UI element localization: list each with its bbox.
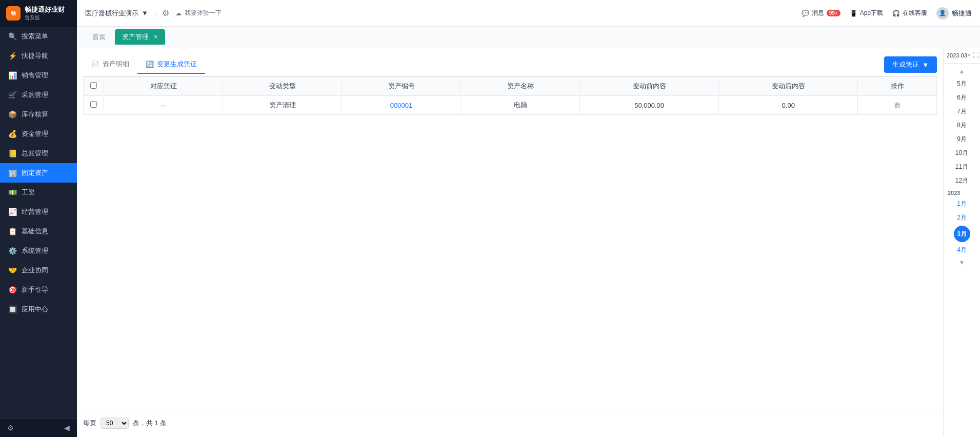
td-change-type-0: 资产清理 [223,96,342,115]
th-asset-name: 资产名称 [461,77,580,96]
per-page-label: 每页 [83,419,96,428]
td-operation-0[interactable]: 🗑 [858,96,937,115]
date-month-item[interactable]: 2月 [944,211,980,225]
date-month-item[interactable]: 3月 [954,226,970,242]
td-after-change-0: 0.00 [719,96,858,115]
date-month-item[interactable]: 7月 [944,105,980,118]
sidebar-subtitle: 普及版 [25,14,65,22]
date-panel-expand-icon[interactable]: ⛶ [973,51,979,59]
sidebar-item-app-center[interactable]: 🔲应用中心 [0,300,77,319]
sidebar-item-search[interactable]: 🔍搜索菜单 [0,27,77,46]
sidebar-item-operations[interactable]: 📈经营管理 [0,202,77,222]
row-checkbox-0[interactable] [90,101,97,108]
table-row: -- 资产清理 000001 电脑 50,000.00 0.00 🗑 [84,96,937,115]
sub-tab-change-voucher[interactable]: 🔄 变更生成凭证 [137,55,205,74]
generate-chevron: ▼ [922,61,929,69]
sidebar-item-guide[interactable]: 🎯新手引导 [0,280,77,300]
sidebar-icon-operations: 📈 [8,208,16,216]
sidebar-item-system[interactable]: ⚙️系统管理 [0,241,77,261]
company-selector[interactable]: 医疗器械行业演示 ▼ [85,9,148,18]
user-avatar: 👤 [936,7,949,19]
th-operation: 操作 [858,77,937,96]
date-month-item[interactable]: 10月 [944,146,980,160]
sidebar-item-funds[interactable]: 💰资金管理 [0,124,77,144]
topbar: 医疗器械行业演示 ▼ | ⚙ ☁ 我要体验一下 💬 消息 99+ 📱 App下载… [77,0,980,27]
sidebar-icon-enterprise: 🤝 [8,266,16,274]
sidebar-label-fixed-assets: 固定资产 [22,168,48,177]
date-month-item[interactable]: 5月 [944,77,980,91]
date-scroll-up[interactable]: ▲ [944,66,980,77]
table-header: 对应凭证 变动类型 资产编号 资产名称 变动前内容 变动后内容 操作 [84,77,937,96]
date-month-item[interactable]: 4月 [944,243,980,257]
date-scroll-down[interactable]: ▼ [944,257,980,268]
sidebar-label-enterprise: 企业协同 [22,266,48,275]
tab-close-icon[interactable]: × [154,33,158,41]
sidebar-item-inventory[interactable]: 📦库存核算 [0,105,77,124]
sub-tab-asset-detail[interactable]: 📄 资产明细 [83,55,137,74]
sidebar-label-operations: 经营管理 [22,207,48,216]
sidebar-item-sales[interactable]: 📊销售管理 [0,66,77,85]
sidebar-label-ledger: 总账管理 [22,149,48,158]
sidebar-item-enterprise[interactable]: 🤝企业协同 [0,261,77,280]
th-asset-code: 资产编号 [342,77,461,96]
online-service-button[interactable]: 🎧 在线客服 [892,9,927,17]
collapse-icon[interactable]: ◀ [64,424,70,432]
date-month-item[interactable]: 8月 [944,118,980,132]
date-side-panel: 2023.03 × ⛶ ▲5月6月7月8月9月10月11月12月20231月2月… [943,47,980,437]
sidebar-item-salary[interactable]: 💵工资 [0,183,77,202]
message-button[interactable]: 💬 消息 99+ [802,9,841,17]
sidebar-icon-purchase: 🛒 [8,91,16,99]
sidebar-item-ledger[interactable]: 📒总账管理 [0,144,77,163]
company-chevron: ▼ [142,9,148,17]
data-table: 对应凭证 变动类型 资产编号 资产名称 变动前内容 变动后内容 操作 -- 资产… [83,76,937,115]
date-month-item[interactable]: 11月 [944,160,980,174]
td-asset-code-0: 000001 [342,96,461,115]
tab-home[interactable]: 首页 [85,29,113,45]
sidebar-icon-inventory: 📦 [8,110,16,118]
tab-asset-management[interactable]: 资产管理 × [115,29,165,45]
date-month-item[interactable]: 12月 [944,174,980,188]
date-scroll[interactable]: ▲5月6月7月8月9月10月11月12月20231月2月3月4月▼ [944,64,980,437]
sidebar-label-system: 系统管理 [22,246,48,255]
td-before-change-0: 50,000.00 [580,96,719,115]
message-badge: 99+ [827,10,841,16]
online-service-label: 在线客服 [903,9,927,17]
th-select-all [84,77,104,96]
date-month-item[interactable]: 9月 [944,132,980,146]
app-download-button[interactable]: 📱 App下载 [850,9,883,17]
user-menu[interactable]: 👤 畅捷通 [936,7,972,19]
sidebar-item-quick-nav[interactable]: ⚡快捷导航 [0,46,77,66]
sidebar-item-fixed-assets[interactable]: 🏢固定资产 [0,163,77,183]
date-month-item[interactable]: 1月 [944,197,980,211]
sidebar-label-app-center: 应用中心 [22,305,48,314]
select-all-checkbox[interactable] [90,82,97,89]
sidebar-label-funds: 资金管理 [22,129,48,138]
date-month-item[interactable]: 6月 [944,91,980,105]
message-icon: 💬 [802,10,809,17]
sidebar-label-base-info: 基础信息 [22,227,48,236]
sub-tab2-icon: 🔄 [146,61,154,68]
pagination: 每页 102050100 条，共 1 条 [83,412,937,431]
date-panel-close-icon[interactable]: × [967,51,971,59]
experience-icon: ☁ [175,10,182,17]
per-page-select[interactable]: 102050100 [101,418,129,429]
sidebar-item-base-info[interactable]: 📋基础信息 [0,222,77,241]
user-name: 畅捷通 [952,9,972,18]
sidebar-label-inventory: 库存核算 [22,110,48,119]
experience-button[interactable]: ☁ 我要体验一下 [175,9,222,17]
sidebar-icon-base-info: 📋 [8,227,16,235]
company-name: 医疗器械行业演示 [85,9,138,18]
topbar-settings-icon[interactable]: ⚙ [162,8,169,18]
nav-tabs: 首页 资产管理 × [77,27,980,47]
sidebar-icon-system: ⚙️ [8,247,16,255]
sub-tabs: 📄 资产明细 🔄 变更生成凭证 [83,55,205,74]
settings-icon[interactable]: ⚙ [7,424,14,432]
sidebar-title: 畅捷通好业财 [25,5,65,14]
online-service-icon: 🎧 [892,10,900,17]
sidebar-item-purchase[interactable]: 🛒采购管理 [0,85,77,105]
generate-voucher-button[interactable]: 生成凭证 ▼ [884,56,937,73]
table-body: -- 资产清理 000001 电脑 50,000.00 0.00 🗑 [84,96,937,115]
topbar-right: 💬 消息 99+ 📱 App下载 🎧 在线客服 👤 畅捷通 [802,7,972,19]
th-before-change: 变动前内容 [580,77,719,96]
td-voucher-0: -- [104,96,223,115]
